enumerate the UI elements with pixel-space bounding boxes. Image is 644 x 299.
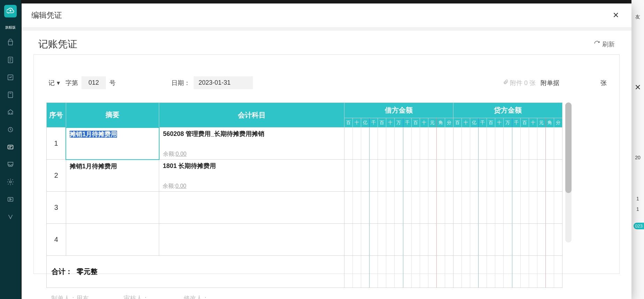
credit-cell[interactable] xyxy=(453,224,562,256)
debit-cell[interactable] xyxy=(344,224,453,256)
th-seq: 序号 xyxy=(47,103,66,128)
sidebar-icon-voucher[interactable] xyxy=(6,142,15,152)
th-account: 会计科目 xyxy=(159,103,344,128)
summary-cell[interactable] xyxy=(66,224,159,256)
sidebar-icon-pig[interactable] xyxy=(6,125,15,135)
total-debit-cell xyxy=(344,256,453,288)
sidebar-icon-gear[interactable] xyxy=(6,177,15,187)
close-icon[interactable]: ✕ xyxy=(610,9,622,21)
maker-value: 用友 xyxy=(76,295,89,299)
sidebar-icon-doc[interactable] xyxy=(6,55,15,65)
debit-cell[interactable] xyxy=(344,160,453,192)
voucher-type-label: 记 xyxy=(48,79,55,87)
account-cell[interactable] xyxy=(159,192,344,224)
th-debit-digits: 百十亿千百十万千百十元角分 xyxy=(344,118,453,128)
modal-header: 编辑凭证 ✕ xyxy=(22,3,631,27)
modal-title: 编辑凭证 xyxy=(31,10,62,21)
voucher-form-row: 记 ▾ 字第 号 日期： xyxy=(46,76,607,89)
page-subtitle: 记账凭证 xyxy=(38,38,77,51)
table-row: 3 xyxy=(47,192,562,224)
attachment-link[interactable]: 附件 0 张 xyxy=(503,79,536,87)
th-credit: 贷方金额 xyxy=(453,103,562,118)
voucher-table: 序号 摘要 会计科目 借方金额 贷方金额 百十亿千百十万千百十元角分 百十亿千百… xyxy=(46,102,562,288)
voucher-number-input[interactable] xyxy=(82,76,106,89)
seq-cell: 4 xyxy=(47,224,66,256)
auditor-info: 审核人： xyxy=(124,294,149,299)
voucher-container: 记 ▾ 字第 号 日期： xyxy=(33,54,620,274)
hao-label: 号 xyxy=(109,79,116,87)
app-sidebar: 旗舰版 xyxy=(0,0,21,299)
voucher-modal: 编辑凭证 ✕ 记账凭证 刷新 记 ▾ xyxy=(22,3,631,299)
svg-rect-2 xyxy=(8,92,13,98)
total-credit-cell xyxy=(453,256,562,288)
th-debit: 借方金额 xyxy=(344,103,453,118)
voucher-footer: 制单人：用友 审核人： 修改人： xyxy=(46,294,607,299)
maker-info: 制单人：用友 xyxy=(51,294,89,299)
total-label: 合计： xyxy=(47,268,72,275)
table-head: 序号 摘要 会计科目 借方金额 贷方金额 百十亿千百十万千百十元角分 百十亿千百… xyxy=(47,103,562,128)
svg-point-5 xyxy=(9,181,11,183)
credit-cell[interactable] xyxy=(453,192,562,224)
scrollbar-thumb[interactable] xyxy=(565,102,572,193)
voucher-type-dropdown[interactable]: 记 ▾ xyxy=(46,79,62,87)
modal-overlay: 编辑凭证 ✕ 记账凭证 刷新 记 ▾ xyxy=(0,0,644,299)
fudanju-label: 附单据 xyxy=(541,79,559,87)
total-row: 合计： 零元整 xyxy=(47,256,562,288)
credit-cell[interactable] xyxy=(453,160,562,192)
modifier-info: 修改人： xyxy=(184,294,209,299)
credit-cell[interactable] xyxy=(453,128,562,160)
svg-rect-6 xyxy=(8,198,13,201)
attach-doc-input[interactable] xyxy=(564,76,596,89)
app-logo-icon xyxy=(4,5,17,17)
modifier-label: 修改人： xyxy=(184,295,209,299)
summary-cell[interactable]: 摊销1月待摊费用 xyxy=(66,128,159,160)
date-input[interactable] xyxy=(194,76,253,89)
summary-cell[interactable] xyxy=(66,192,159,224)
voucher-table-wrap: 序号 摘要 会计科目 借方金额 贷方金额 百十亿千百十万千百十元角分 百十亿千百… xyxy=(46,102,607,288)
svg-rect-4 xyxy=(8,145,13,149)
refresh-button[interactable]: 刷新 xyxy=(594,40,615,48)
refresh-icon xyxy=(594,40,600,48)
zidi-label: 字第 xyxy=(65,79,78,87)
table-row: 2摊销1月待摊费用1801 长期待摊费用余额:0.00 xyxy=(47,160,562,192)
sidebar-icon-bag[interactable] xyxy=(6,38,15,47)
attachment-label: 附件 0 张 xyxy=(510,79,536,87)
table-row: 4 xyxy=(47,224,562,256)
sidebar-icon-inbox[interactable] xyxy=(6,160,15,169)
debit-cell[interactable] xyxy=(344,128,453,160)
auditor-label: 审核人： xyxy=(124,295,149,299)
account-cell[interactable] xyxy=(159,224,344,256)
account-cell[interactable]: 560208 管理费用_长期待摊费用摊销余额:0.00 xyxy=(159,128,344,160)
seq-cell: 1 xyxy=(47,128,66,160)
app-logo-label: 旗舰版 xyxy=(5,25,16,30)
account-cell[interactable]: 1801 长期待摊费用余额:0.00 xyxy=(159,160,344,192)
zhang-label: 张 xyxy=(600,79,607,87)
th-credit-digits: 百十亿千百十万千百十元角分 xyxy=(453,118,562,128)
sidebar-icon-bank[interactable] xyxy=(6,107,15,117)
modal-body: 记账凭证 刷新 记 ▾ 字第 xyxy=(22,31,631,299)
sidebar-icon-chart[interactable] xyxy=(6,72,15,82)
subtitle-row: 记账凭证 刷新 xyxy=(33,38,620,51)
refresh-label: 刷新 xyxy=(602,40,615,48)
summary-cell[interactable]: 摊销1月待摊费用 xyxy=(66,160,159,192)
debit-cell[interactable] xyxy=(344,192,453,224)
paperclip-icon xyxy=(503,79,509,86)
sidebar-icon-v[interactable] xyxy=(6,212,15,222)
seq-cell: 3 xyxy=(47,192,66,224)
seq-cell: 2 xyxy=(47,160,66,192)
th-summary: 摘要 xyxy=(66,103,159,128)
chevron-down-icon: ▾ xyxy=(57,79,60,87)
date-label: 日期： xyxy=(171,79,190,87)
table-row: 1摊销1月待摊费用560208 管理费用_长期待摊费用摊销余额:0.00 xyxy=(47,128,562,160)
table-body: 1摊销1月待摊费用560208 管理费用_长期待摊费用摊销余额:0.002摊销1… xyxy=(47,128,562,256)
sidebar-icon-calc[interactable] xyxy=(6,90,15,100)
sidebar-icon-video[interactable] xyxy=(6,194,15,204)
table-scrollbar[interactable] xyxy=(565,102,572,243)
total-text: 零元整 xyxy=(74,268,98,275)
maker-label: 制单人： xyxy=(51,295,76,299)
